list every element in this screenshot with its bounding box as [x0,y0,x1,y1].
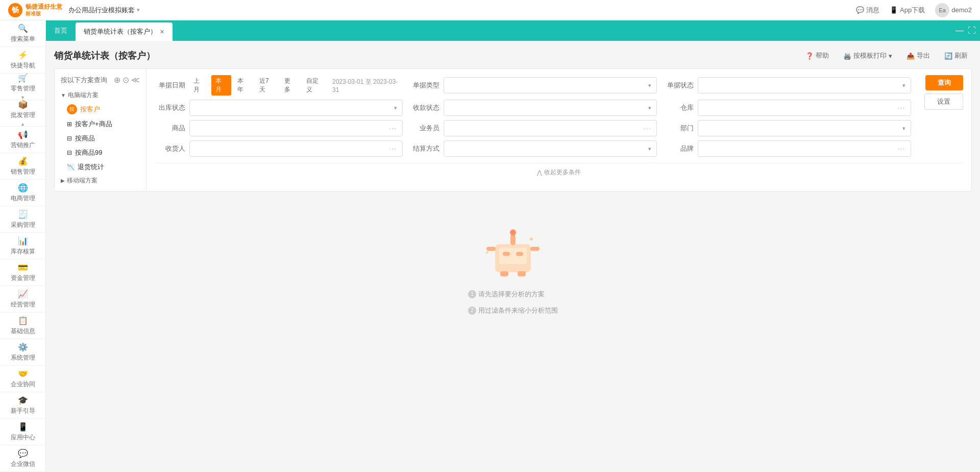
scheme-item-by-customer-product[interactable]: ⊞ 按客户+商品 [55,117,146,131]
operations-icon: 📈 [18,289,28,299]
scheme-section-mobile-title[interactable]: ▶ 移动端方案 [55,174,146,187]
sidebar-item-cooperation[interactable]: 🤝 企业协同 [0,366,45,392]
filter-group-date: 单据日期 上月 本月 本年 近7天 更多 [155,75,403,96]
logo-icon: 畅 [8,3,22,17]
tab-sales-stats[interactable]: 销货单统计表（按客户） ✕ [76,22,173,41]
template-print-btn[interactable]: 🖨️ 按模板打印 ▾ [839,49,896,62]
scheme-settings-btn[interactable]: ⊙ [122,75,129,85]
inventory-icon: 📊 [18,236,28,246]
date-tab-thisyear[interactable]: 本年 [233,75,253,96]
scheme-item-by-customer[interactable]: 按 按客户 [55,102,146,117]
sidebar-item-inventory[interactable]: 📊 库存核算 [0,233,45,259]
payment-input[interactable]: ▾ [444,100,657,116]
ecommerce-icon: 🌐 [18,183,28,193]
export-icon: 📤 [906,52,915,60]
date-tab-thismonth[interactable]: 本月 [211,75,231,96]
svg-text:✦: ✦ [528,235,534,243]
window-maximize-btn[interactable]: ⛶ [968,26,976,35]
scheme-panel: 按以下方案查询 ⊕ ⊙ ≪ ▼ 电脑端方案 [55,69,146,191]
product-input[interactable]: ··· [189,120,403,136]
department-input[interactable]: ▾ [698,120,911,136]
brand-input[interactable]: ··· [698,140,911,157]
sidebar-item-basic[interactable]: 📋 基础信息 [0,313,45,339]
salesperson-input[interactable]: ··· [444,120,657,136]
dots-icon: ··· [898,146,905,152]
sidebar-item-ecommerce[interactable]: 🌐 电商管理 [0,180,45,206]
user-area[interactable]: Ea demo2 [935,3,972,17]
date-tab-7days[interactable]: 近7天 [255,75,278,96]
empty-hints: 1 请先选择要分析的方案 2 用过滤条件来缩小分析范围 [468,288,558,320]
help-btn[interactable]: ❓ 帮助 [801,49,833,62]
app-title[interactable]: 办公用品行业模拟账套 ▾ [68,6,140,15]
sidebar: 🔍 搜索菜单 ⚡ 快捷导航 🛒 零售管理 ▾ 📦 批发管理 ▴ 📢 营销推广 [0,20,46,472]
avatar: Ea [935,3,949,17]
grid-icon: ⊞ [67,121,72,128]
sidebar-item-search[interactable]: 🔍 搜索菜单 [0,20,45,47]
svg-rect-4 [503,252,510,256]
sidebar-item-entweixin[interactable]: 💬 企业微信 [0,445,45,472]
sidebar-item-purchase[interactable]: 🧾 采购管理 [0,206,45,233]
date-range: 2023-03-01 至 2023-03-31 [332,78,403,93]
filter-group-settlement: 结算方式 ▾ [409,140,657,157]
scheme-section-desktop: ▼ 电脑端方案 按 按客户 ⊞ 按客户+商品 [55,89,146,174]
receiver-input[interactable]: ··· [189,140,403,157]
filter-panel: 按以下方案查询 ⊕ ⊙ ≪ ▼ 电脑端方案 [54,68,972,192]
svg-rect-8 [500,271,508,276]
empty-illustration: ✦ ✦ [482,226,544,277]
scheme-item-by-product[interactable]: ⊟ 按商品 [55,131,146,146]
settlement-input[interactable]: ▾ [444,140,657,157]
export-btn[interactable]: 📤 导出 [902,49,934,62]
sidebar-item-sales[interactable]: 💰 销售管理 [0,153,45,180]
filter-divider [54,192,972,196]
reset-button[interactable]: 设置 [924,93,963,110]
svg-text:✦: ✦ [485,250,489,255]
entweixin-icon: 💬 [18,449,28,458]
filter-row-4: 收货人 ··· 结算方式 [155,140,911,157]
sidebar-item-operations[interactable]: 📈 经营管理 [0,286,45,313]
refresh-btn[interactable]: 🔄 刷新 [940,49,972,62]
sidebar-item-quicknav[interactable]: ⚡ 快捷导航 [0,47,45,74]
tab-home[interactable]: 首页 [46,20,76,41]
active-indicator: 按 [67,104,77,114]
scheme-collapse-btn[interactable]: ≪ [131,75,140,85]
filter-group-brand: 品牌 ··· [663,140,911,157]
message-btn[interactable]: 💬 消息 [856,6,879,15]
sidebar-item-finance[interactable]: 💳 资金管理 [0,259,45,286]
logo-area: 畅 畅捷通好生意 标准版 [8,3,62,17]
tab-close-icon[interactable]: ✕ [160,29,164,35]
wholesale-icon: 📦 [18,100,28,109]
date-tab-lastmonth[interactable]: 上月 [189,75,209,96]
svg-rect-1 [510,234,516,245]
scheme-item-by-product-99[interactable]: ⊟ 按商品99 [55,146,146,160]
filter-group-product: 商品 ··· [155,120,403,136]
sidebar-item-newbie[interactable]: 🎓 新手引导 [0,392,45,419]
scheme-section-desktop-title[interactable]: ▼ 电脑端方案 [55,89,146,102]
sidebar-item-system[interactable]: ⚙️ 系统管理 [0,339,45,366]
warehouse-input[interactable]: ··· [698,100,911,116]
sidebar-item-marketing[interactable]: 📢 营销推广 [0,127,45,153]
date-tab-custom[interactable]: 自定义 [302,75,328,96]
sidebar-item-retail[interactable]: 🛒 零售管理 ▾ [0,74,45,100]
collapse-row: ⋀ 收起更多条件 [155,163,963,181]
refresh-icon: 🔄 [944,52,952,60]
order-type-input[interactable]: ▾ [444,77,657,93]
app-download-btn[interactable]: 📱 App下载 [890,6,925,15]
sidebar-item-wholesale[interactable]: 📦 批发管理 ▴ [0,100,45,127]
collapse-btn[interactable]: ⋀ 收起更多条件 [531,167,587,178]
order-status-input[interactable]: ▾ [698,77,911,93]
date-tab-more[interactable]: 更多 [280,75,300,96]
shipment-input[interactable]: ▾ [189,100,403,116]
dropdown-arrow-icon: ▾ [648,82,651,89]
query-button[interactable]: 查询 [925,75,963,90]
top-bar-right: 💬 消息 📱 App下载 Ea demo2 [856,3,972,17]
expand-arrow-icon: ▶ [61,178,65,183]
dropdown-arrow-icon: ▾ [394,105,397,111]
scheme-add-btn[interactable]: ⊕ [114,75,120,85]
filter-btn-col: 查询 设置 [917,75,963,110]
sales-icon: 💰 [18,156,28,166]
sidebar-item-appcenter[interactable]: 📱 应用中心 [0,419,45,445]
window-minimize-btn[interactable]: — [955,26,964,35]
filter-group-shipment: 出库状态 ▾ [155,100,403,116]
purchase-icon: 🧾 [18,209,28,219]
scheme-item-return-stats[interactable]: 📉 退货统计 [55,160,146,174]
